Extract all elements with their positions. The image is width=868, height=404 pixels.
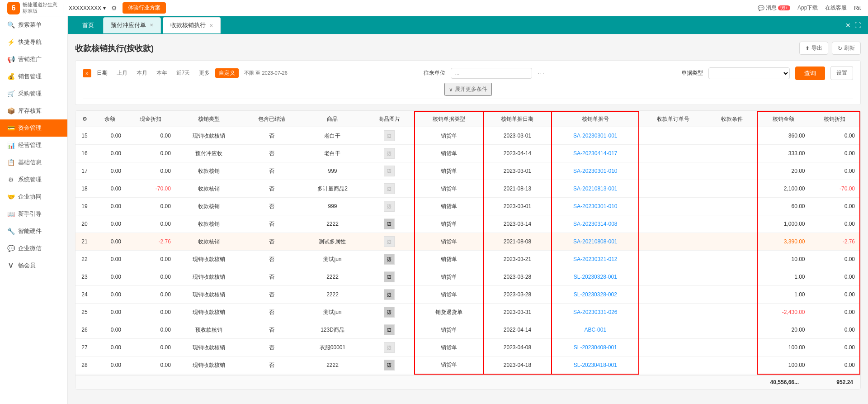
report-type-select[interactable] — [708, 67, 790, 79]
sidebar-item-enterprise[interactable]: 🤝 企业协同 — [0, 188, 67, 205]
sidebar-item-system[interactable]: ⚙ 系统管理 — [0, 171, 67, 188]
settings-filter-button[interactable]: 设置 — [830, 66, 853, 80]
report-no-link[interactable]: SA-20230331-026 — [573, 309, 617, 315]
fullscreen-icon[interactable]: ⛶ — [854, 22, 861, 29]
tab-prepay[interactable]: 预付冲应付单 ✕ — [103, 17, 161, 33]
sidebar-item-wechat[interactable]: 💬 企业微信 — [0, 240, 67, 257]
export-button[interactable]: ⬆ 导出 — [799, 42, 828, 55]
cell-report-no[interactable]: SA-20230301-010 — [552, 198, 639, 215]
gear-button[interactable]: ⚙ — [111, 5, 117, 12]
cell-verify_type: 收款核销 — [175, 180, 243, 198]
sidebar-item-quicknav[interactable]: ⚡ 快捷导航 — [0, 33, 67, 51]
sidebar-item-sales[interactable]: 💰 销售管理 — [0, 68, 67, 85]
col-settings[interactable]: ⚙ — [75, 111, 94, 127]
cell-report-no[interactable]: SL-20230328-001 — [552, 268, 639, 286]
report-no-link[interactable]: SA-20230314-008 — [573, 221, 617, 227]
tab-bar-right: ✕ ⛶ — [845, 22, 861, 29]
expand-button[interactable]: ∨ 展开更多条件 — [444, 83, 492, 96]
cell-report-no[interactable]: SL-20230418-001 — [552, 356, 639, 374]
filter-arrow[interactable]: » — [83, 69, 91, 77]
cell-receipt-condition — [707, 233, 757, 251]
report-no-link[interactable]: SA-20210813-001 — [573, 185, 617, 192]
cell-report-date: 2023-04-08 — [483, 339, 552, 356]
this-month-btn[interactable]: 本月 — [133, 68, 151, 78]
this-year-btn[interactable]: 本年 — [153, 68, 171, 78]
cell-report-type: 销货单 — [415, 233, 483, 251]
cell-report-no[interactable]: SA-20230321-012 — [552, 251, 639, 268]
cell-include_cleared: 否 — [242, 145, 301, 162]
sidebar-item-basics[interactable]: 📋 基础信息 — [0, 154, 67, 171]
cell-balance: 0.00 — [94, 321, 126, 339]
report-no-link[interactable]: ABC-001 — [584, 327, 606, 333]
sidebar-item-operations[interactable]: 📊 经营管理 — [0, 137, 67, 154]
sidebar-item-hardware[interactable]: 🔧 智能硬件 — [0, 223, 67, 240]
report-no-link[interactable]: SL-20230328-001 — [574, 274, 617, 280]
cell-id: 25 — [75, 304, 94, 321]
tab-receipts-close[interactable]: ✕ — [209, 23, 213, 28]
cell-verify_type: 预付冲应收 — [175, 145, 243, 162]
cell-verify_type: 收款核销 — [175, 198, 243, 215]
more-btn[interactable]: 更多 — [195, 68, 213, 78]
close-all-icon[interactable]: ✕ — [845, 22, 851, 29]
cell-report-no[interactable]: SA-20230301-001 — [552, 127, 639, 145]
tab-prepay-close[interactable]: ✕ — [150, 23, 153, 28]
cell-cash_discount: -2.76 — [126, 233, 175, 251]
source-unit-dots[interactable]: ··· — [538, 70, 545, 76]
messages-item[interactable]: 💬 消息 99+ — [758, 4, 790, 12]
online-service[interactable]: 在线客服 — [825, 4, 847, 12]
solution-button[interactable]: 体验行业方案 — [123, 2, 166, 14]
cell-product-image: 🖼 — [364, 198, 414, 215]
cell-id: 19 — [75, 198, 94, 215]
cell-product-image: 🖼 — [364, 145, 414, 162]
sidebar-item-funds[interactable]: 💳 资金管理 — [0, 119, 67, 137]
last7-btn[interactable]: 近7天 — [173, 68, 194, 78]
sidebar-item-member[interactable]: V 畅会员 — [0, 257, 67, 274]
tab-receipts[interactable]: 收款核销执行 ✕ — [163, 17, 221, 33]
tab-receipts-label: 收款核销执行 — [170, 21, 206, 29]
cell-report-no[interactable]: SA-20230301-010 — [552, 162, 639, 180]
user-name[interactable]: Rit — [854, 5, 861, 11]
cell-receipt-order-no — [639, 180, 707, 198]
cell-report-no[interactable]: SA-20210808-001 — [552, 233, 639, 251]
sidebar-item-guide[interactable]: 📖 新手引导 — [0, 205, 67, 223]
report-no-link[interactable]: SA-20210808-001 — [573, 238, 617, 245]
report-no-link[interactable]: SA-20230301-010 — [573, 168, 617, 174]
source-unit-input[interactable] — [451, 68, 532, 79]
cell-report-no[interactable]: SA-20230414-017 — [552, 145, 639, 162]
app-download[interactable]: App下载 — [797, 4, 818, 12]
cell-report-no[interactable]: SA-20230331-026 — [552, 304, 639, 321]
search-icon: 🔍 — [7, 21, 14, 29]
report-no-link[interactable]: SL-20230408-001 — [574, 344, 617, 351]
cell-report-no[interactable]: ABC-001 — [552, 321, 639, 339]
refresh-button[interactable]: ↻ 刷新 — [832, 42, 861, 55]
sidebar-item-inventory[interactable]: 📦 库存核算 — [0, 102, 67, 119]
cell-include_cleared: 否 — [242, 233, 301, 251]
report-no-link[interactable]: SL-20230418-001 — [574, 362, 617, 368]
report-no-link[interactable]: SA-20230301-010 — [573, 203, 617, 209]
page-actions: ⬆ 导出 ↻ 刷新 — [799, 42, 861, 55]
tab-home[interactable]: 首页 — [75, 18, 101, 33]
report-no-link[interactable]: SA-20230414-017 — [573, 150, 617, 157]
sidebar-item-purchase[interactable]: 🛒 采购管理 — [0, 85, 67, 102]
report-no-link[interactable]: SA-20230301-001 — [573, 133, 617, 139]
cell-product-image: 🖼 — [364, 233, 414, 251]
query-button[interactable]: 查询 — [795, 67, 825, 80]
cell-receipt-order-no — [639, 339, 707, 356]
table-row: 230.000.00现销收款核销否2222🖼销货单2023-03-28SL-20… — [75, 268, 860, 286]
sidebar-item-marketing[interactable]: 📢 营销推广 — [0, 51, 67, 68]
last-month-btn[interactable]: 上月 — [113, 68, 131, 78]
cell-report-no[interactable]: SA-20210813-001 — [552, 180, 639, 198]
cell-report-date: 2021-08-13 — [483, 180, 552, 198]
sidebar-item-search[interactable]: 🔍 搜索菜单 — [0, 16, 67, 33]
report-no-link[interactable]: SL-20230328-002 — [574, 291, 617, 298]
cell-verify-amount: 2,100.00 — [757, 180, 810, 198]
report-no-link[interactable]: SA-20230321-012 — [573, 256, 617, 262]
cell-report-no[interactable]: SL-20230408-001 — [552, 339, 639, 356]
cell-receipt-order-no — [639, 286, 707, 304]
cell-report-no[interactable]: SA-20230314-008 — [552, 215, 639, 233]
cell-report-no[interactable]: SL-20230328-002 — [552, 286, 639, 304]
cell-id: 22 — [75, 251, 94, 268]
col-report-date: 核销单据日期 — [483, 111, 552, 127]
custom-btn[interactable]: 自定义 — [215, 68, 239, 78]
chevron-down-icon[interactable]: ▾ — [103, 5, 106, 11]
